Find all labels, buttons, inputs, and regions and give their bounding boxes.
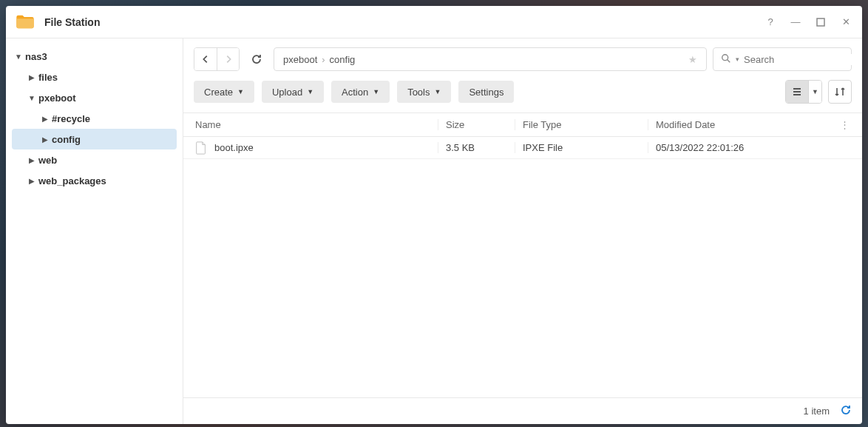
sort-button[interactable]	[828, 80, 852, 104]
app-title: File Station	[44, 16, 763, 28]
file-icon	[195, 141, 208, 155]
caret-right-icon: ▶	[38, 135, 52, 144]
search-icon	[721, 53, 731, 66]
sidebar-item-config[interactable]: ▶ config	[12, 129, 177, 149]
file-station-window: File Station ? — ✕ ▼ nas3 ▶ files	[6, 6, 862, 424]
search-input[interactable]	[744, 54, 862, 65]
file-row[interactable]: boot.ipxe 3.5 KB IPXE File 05/13/2022 22…	[183, 137, 862, 159]
sidebar-item-recycle[interactable]: ▶ #recycle	[6, 108, 183, 129]
action-button[interactable]: Action ▼	[331, 81, 390, 103]
caret-right-icon: ▶	[38, 115, 52, 123]
breadcrumb-segment[interactable]: pxeboot	[283, 54, 317, 65]
chevron-down-icon: ▼	[812, 88, 818, 95]
statusbar: 1 item	[183, 397, 862, 424]
titlebar-controls: ? — ✕	[763, 15, 853, 30]
titlebar: File Station ? — ✕	[6, 6, 862, 38]
sidebar-item-web[interactable]: ▶ web	[6, 149, 183, 170]
col-header-modified[interactable]: Modified Date	[648, 119, 837, 130]
breadcrumb-segment[interactable]: config	[330, 54, 356, 65]
sidebar-root-nas3[interactable]: ▼ nas3	[6, 46, 183, 67]
caret-right-icon: ▶	[25, 156, 38, 164]
chevron-down-icon: ▼	[435, 88, 441, 95]
sidebar-item-pxeboot[interactable]: ▼ pxeboot	[6, 87, 183, 108]
nav-back-button[interactable]	[194, 48, 217, 70]
item-count: 1 item	[804, 406, 830, 417]
sidebar-item-files[interactable]: ▶ files	[6, 67, 183, 87]
toolbar: Create ▼ Upload ▼ Action ▼ Tools ▼ Setti…	[183, 77, 862, 113]
search-bar: ▾	[713, 47, 852, 71]
col-header-menu-icon[interactable]: ⋮	[837, 119, 852, 130]
caret-right-icon: ▶	[25, 73, 38, 81]
breadcrumb-separator-icon: ›	[322, 54, 325, 65]
caret-down-icon: ▼	[12, 53, 25, 61]
svg-rect-0	[817, 19, 824, 26]
sidebar: ▼ nas3 ▶ files ▼ pxeboot ▶ #recycle ▶	[6, 38, 183, 424]
chevron-down-icon: ▼	[307, 88, 313, 95]
settings-button[interactable]: Settings	[458, 81, 514, 103]
file-type: IPXE File	[515, 142, 648, 153]
file-modified: 05/13/2022 22:01:26	[648, 142, 837, 153]
file-list: boot.ipxe 3.5 KB IPXE File 05/13/2022 22…	[183, 137, 862, 397]
main-panel: pxeboot › config ★ ▾ Create ▼	[183, 38, 862, 424]
nav-row: pxeboot › config ★ ▾	[183, 38, 862, 77]
view-mode-group: ▼	[785, 80, 822, 104]
create-button[interactable]: Create ▼	[194, 81, 254, 103]
nav-back-forward-group	[194, 47, 240, 71]
maximize-button[interactable]	[813, 15, 828, 30]
list-view-button[interactable]	[786, 81, 808, 103]
nav-refresh-button[interactable]	[245, 48, 268, 70]
app-folder-icon	[15, 12, 35, 33]
chevron-down-icon: ▼	[237, 88, 244, 95]
chevron-down-icon[interactable]: ▾	[736, 56, 739, 63]
col-header-type[interactable]: File Type	[515, 119, 648, 130]
file-name: boot.ipxe	[214, 142, 254, 153]
upload-button[interactable]: Upload ▼	[262, 81, 324, 103]
minimize-button[interactable]: —	[788, 15, 803, 30]
tree-root: ▼ nas3 ▶ files ▼ pxeboot ▶ #recycle ▶	[6, 46, 183, 191]
col-header-name[interactable]: Name	[194, 119, 438, 130]
file-size: 3.5 KB	[438, 142, 515, 153]
breadcrumb[interactable]: pxeboot › config ★	[274, 47, 707, 71]
caret-right-icon: ▶	[25, 177, 38, 185]
favorite-star-icon[interactable]: ★	[688, 54, 697, 65]
col-header-size[interactable]: Size	[438, 119, 515, 130]
chevron-down-icon: ▼	[373, 88, 379, 95]
sidebar-item-webpackages[interactable]: ▶ web_packages	[6, 170, 183, 191]
view-mode-dropdown[interactable]: ▼	[808, 81, 821, 103]
nav-forward-button[interactable]	[217, 48, 239, 70]
svg-point-1	[722, 54, 728, 60]
close-button[interactable]: ✕	[838, 15, 853, 30]
help-button[interactable]: ?	[763, 15, 778, 30]
statusbar-refresh-button[interactable]	[840, 404, 852, 418]
caret-down-icon: ▼	[25, 94, 38, 102]
tools-button[interactable]: Tools ▼	[397, 81, 451, 103]
toolbar-right: ▼	[785, 80, 852, 104]
table-header: Name Size File Type Modified Date ⋮	[183, 113, 862, 137]
window-body: ▼ nas3 ▶ files ▼ pxeboot ▶ #recycle ▶	[6, 38, 862, 424]
